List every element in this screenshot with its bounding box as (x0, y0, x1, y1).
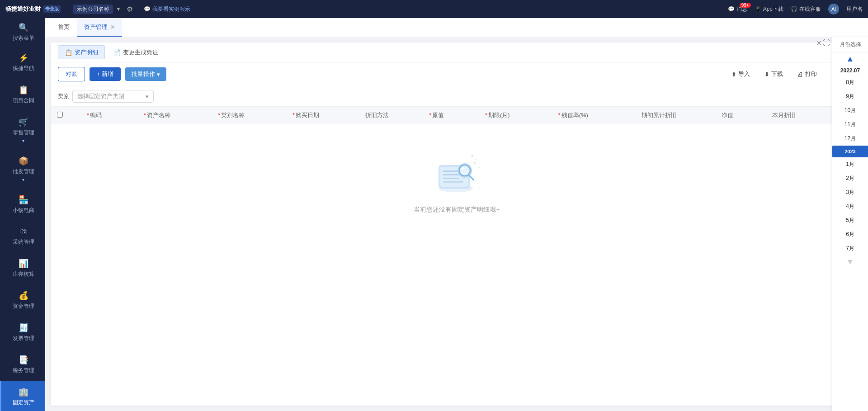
print-button[interactable]: 🖨 打印 (792, 67, 822, 81)
brand-name: 畅捷通好业财 (5, 5, 41, 13)
batch-arrow: ▾ (22, 177, 24, 182)
tab-close-icon[interactable]: ✕ (110, 24, 115, 30)
dropdown-icon[interactable]: ▼ (116, 6, 121, 12)
month-item-5[interactable]: 5月 (832, 213, 868, 227)
sidebar-item-purchase[interactable]: 🛍 采购管理 (0, 221, 45, 252)
close-panel-icon[interactable]: ✕ (816, 39, 822, 47)
sidebar-label-fixed: 固定资产 (13, 399, 34, 406)
month-item-9[interactable]: 9月 (832, 90, 868, 104)
import-label: 导入 (738, 70, 750, 78)
quicknav-icon: ⚡ (19, 53, 28, 63)
project-icon: 📋 (19, 85, 28, 95)
user-avatar[interactable]: Ai (828, 4, 839, 14)
select-all-checkbox[interactable] (57, 112, 63, 118)
expand-panel-icon[interactable]: ⛶ (823, 39, 830, 47)
online-service-label: 在线客服 (799, 5, 821, 13)
app-icon: 📱 (755, 6, 761, 12)
th-period: *期限(月) (462, 107, 533, 124)
sidebar-item-retail[interactable]: 🛒 零售管理 ▾ (0, 111, 45, 150)
tabbar: 首页 资产管理 ✕ (45, 18, 868, 37)
sidebar-item-search[interactable]: 🔍 搜索菜单 (0, 18, 45, 47)
month-item-4[interactable]: 4月 (832, 199, 868, 213)
sidebar-label-finance: 资金管理 (13, 302, 34, 310)
company-selector[interactable]: 示例公司名称 ▼ (73, 5, 121, 14)
app-download-label: App下载 (763, 5, 783, 13)
th-residual: *残值率(%) (533, 107, 613, 124)
app-download-button[interactable]: 📱 App下载 (755, 5, 783, 13)
sidebar-label-ecom: 小畅电商 (13, 207, 34, 214)
sidebar-item-finance[interactable]: 💰 资金管理 (0, 284, 45, 317)
sub-tab-change-voucher[interactable]: 📄 变更生成凭证 (107, 46, 165, 59)
tab-home[interactable]: 首页 (51, 18, 77, 37)
category-dropdown[interactable]: 选择固定资产类别 ▾ (72, 90, 154, 103)
sidebar-item-inventory[interactable]: 📊 库存核算 (0, 252, 45, 284)
th-net-value: 净值 (705, 107, 750, 124)
th-accumulated: 期初累计折旧 (613, 107, 705, 124)
sidebar-item-tax[interactable]: 📑 税务管理 (0, 349, 45, 381)
sub-tab-asset-label: 资产明细 (75, 48, 98, 57)
month-item-8[interactable]: 8月 (832, 76, 868, 90)
print-label: 打印 (805, 70, 817, 78)
sidebar-item-quicknav[interactable]: ⚡ 快捷导航 (0, 47, 45, 79)
month-item-6[interactable]: 6月 (832, 227, 868, 241)
retail-icon: 🛒 (19, 117, 28, 127)
sidebar-label-project: 项目合同 (13, 97, 34, 104)
month-item-1[interactable]: 1月 (832, 157, 868, 171)
month-item-2[interactable]: 2月 (832, 171, 868, 185)
tab-asset-label: 资产管理 (84, 23, 108, 31)
reconcile-button[interactable]: 对账 (58, 67, 85, 81)
download-button[interactable]: ⬇ 下载 (759, 67, 788, 81)
filter-bar: 类别 选择固定资产类别 ▾ (51, 86, 863, 107)
month-item-10[interactable]: 10月 (832, 104, 868, 118)
print-icon: 🖨 (797, 71, 803, 78)
sidebar-label-invoice: 发票管理 (13, 335, 34, 342)
month-year-2023-badge: 2023 (832, 146, 868, 157)
add-new-button[interactable]: + 新增 (90, 67, 121, 81)
sidebar-label-retail: 零售管理 (13, 129, 34, 137)
search-icon: 🔍 (19, 23, 28, 33)
import-button[interactable]: ⬆ 导入 (726, 67, 755, 81)
download-icon: ⬇ (764, 71, 769, 78)
message-icon: 💬 (728, 6, 735, 12)
th-monthly: 本月折旧 (750, 107, 818, 124)
month-picker-up[interactable]: ▲ (844, 52, 856, 66)
content-area: 首页 资产管理 ✕ 📋 资产明细 📄 变更生成凭证 (45, 18, 868, 411)
asset-table: *编码 *资产名称 *类别名称 *购买日期 折旧方法 *原值 *期限(月) *残… (51, 107, 863, 124)
sidebar-item-project[interactable]: 📋 项目合同 (0, 79, 45, 111)
batch-ops-label: 批量操作 (132, 70, 155, 78)
month-item-7[interactable]: 7月 (832, 241, 868, 255)
month-item-11[interactable]: 11月 (832, 118, 868, 132)
batch-ops-button[interactable]: 批量操作 ▾ (125, 67, 166, 81)
sidebar-item-fixed[interactable]: 🏢 固定资产 (0, 381, 45, 411)
invoice-icon: 🧾 (19, 323, 28, 333)
sidebar-item-batch[interactable]: 📦 批发管理 ▾ (0, 150, 45, 189)
demo-text: 我要看实例演示 (152, 5, 190, 13)
batch-icon: 📦 (19, 156, 28, 166)
sidebar-label-tax: 税务管理 (13, 367, 34, 374)
svg-point-15 (472, 155, 474, 157)
demo-link[interactable]: 💬 我要看实例演示 (144, 5, 190, 13)
batch-dropdown-icon: ▾ (157, 71, 160, 78)
tab-asset-mgmt[interactable]: 资产管理 ✕ (77, 18, 122, 37)
th-name: *资产名称 (120, 107, 194, 124)
th-original-value: *原值 (411, 107, 462, 124)
month-item-3[interactable]: 3月 (832, 185, 868, 199)
empty-text: 当前您还没有固定资产明细哦~ (414, 206, 500, 214)
sub-tabs: 📋 资产明细 📄 变更生成凭证 (51, 43, 863, 62)
tax-icon: 📑 (19, 355, 28, 365)
purchase-icon: 🛍 (19, 227, 28, 236)
sidebar-item-invoice[interactable]: 🧾 发票管理 (0, 317, 45, 349)
brand-sub: 专业版 (43, 5, 61, 13)
month-picker-down[interactable]: ▼ (844, 255, 856, 269)
settings-icon[interactable]: ⚙ (127, 5, 133, 14)
month-picker-title: 月份选择 (832, 37, 868, 52)
sidebar-item-ecom[interactable]: 🏪 小畅电商 (0, 189, 45, 221)
th-depreciation-method: 折旧方法 (343, 107, 411, 124)
month-item-12[interactable]: 12月 (832, 132, 868, 146)
svg-point-10 (461, 167, 464, 170)
svg-point-13 (479, 167, 480, 168)
th-category: *类别名称 (194, 107, 269, 124)
online-service-button[interactable]: 🎧 在线客服 (791, 5, 821, 13)
message-button[interactable]: 💬 消息 99+ (728, 5, 747, 13)
sub-tab-asset-detail[interactable]: 📋 资产明细 (58, 45, 105, 59)
